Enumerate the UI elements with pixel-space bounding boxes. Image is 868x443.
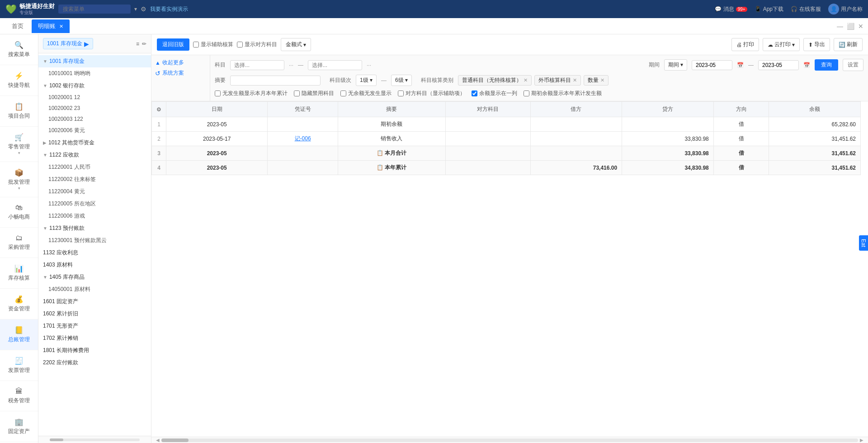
account-node-10020003[interactable]: 10020003 122 (38, 114, 151, 124)
subject-end-input[interactable] (308, 60, 362, 70)
period-end-calendar-icon[interactable]: 📅 (803, 62, 810, 68)
tab-ledger[interactable]: 明细账 ✕ (32, 19, 70, 33)
period-type-select[interactable]: 期间 ▾ (664, 59, 687, 71)
scroll-right-btn[interactable]: ▶ (858, 438, 865, 443)
cb-no-balance-display-input[interactable] (340, 91, 346, 96)
account-node-1403[interactable]: 1403 原材料 (38, 259, 151, 271)
account-node-11220006[interactable]: 11220006 游戏 (38, 210, 151, 222)
cb-counterpart[interactable]: 对方科目（显示辅助项） (398, 90, 465, 97)
tab-close-btn[interactable]: ✕ (59, 24, 63, 29)
query-btn[interactable]: 查询 (815, 59, 838, 71)
sidebar-item-purchase[interactable]: 🗂 采购管理 (0, 228, 38, 258)
show-aux-checkbox[interactable]: 显示辅助核算 (193, 41, 233, 48)
scroll-thumb[interactable] (161, 438, 189, 442)
tab-max-btn[interactable]: ⬜ (847, 23, 854, 30)
table-settings-icon[interactable]: ⚙ (156, 106, 161, 113)
sidebar-item-finance[interactable]: 💰 资金管理 (0, 289, 38, 319)
cb-no-balance-input[interactable] (215, 91, 221, 96)
account-edit-icon[interactable]: ✏ (142, 41, 146, 47)
settings-icon[interactable]: ⚙ (141, 5, 146, 13)
cb-hide-disabled[interactable]: 隐藏禁用科目 (294, 90, 334, 97)
sidebar-item-ledger[interactable]: 📒 总账管理 (0, 319, 38, 350)
subject-level-start[interactable]: 1级 ▾ (356, 75, 377, 86)
cb-no-balance-display[interactable]: 无余额无发生显示 (340, 90, 392, 97)
message-btn[interactable]: 💬 消息 99+ (715, 5, 747, 13)
period-end-input[interactable] (758, 60, 799, 70)
cb-hide-disabled-input[interactable] (294, 91, 300, 96)
tab-close-window-btn[interactable]: ✕ (858, 23, 863, 30)
account-node-1601[interactable]: 1601 固定资产 (38, 295, 151, 308)
sidebar-item-tax[interactable]: 🏛 税务管理 (0, 381, 38, 411)
top-search-input[interactable] (58, 5, 131, 14)
demo-link[interactable]: 我要看实例演示 (150, 5, 188, 13)
account-node-11220004[interactable]: 11220004 黄元 (38, 186, 151, 198)
period-calendar-icon[interactable]: 📅 (737, 62, 744, 68)
account-node-1123[interactable]: ▼ 1123 预付账款 (38, 222, 151, 234)
app-download-btn[interactable]: 📱 App下载 (755, 5, 783, 13)
account-node-1702[interactable]: 1702 累计摊销 (38, 332, 151, 344)
period-start-input[interactable] (692, 60, 732, 70)
account-scroll-track[interactable] (50, 438, 140, 441)
account-node-1801[interactable]: 1801 长期待摊费用 (38, 344, 151, 357)
account-list-icon[interactable]: ≡ (136, 41, 139, 47)
settings-filter-btn[interactable]: 设置 (843, 59, 863, 71)
account-node-11230001[interactable]: 11230001 预付账款黑云 (38, 234, 151, 247)
account-node-11220001[interactable]: 11220001 人民币 (38, 161, 151, 173)
account-node-1001[interactable]: ▼ 1001 库存现金 (38, 55, 151, 67)
account-node-10020002[interactable]: 10020002 23 (38, 103, 151, 114)
account-node-2202[interactable]: 2202 应付账款 (38, 357, 151, 369)
cb-initial-balance-input[interactable] (524, 91, 529, 96)
account-node-1122[interactable]: ▼ 1122 应收款 (38, 149, 151, 161)
subject-level-end[interactable]: 6级 ▾ (391, 75, 412, 86)
show-counterpart-checkbox[interactable]: 显示对方科目 (237, 41, 277, 48)
account-node-10020001[interactable]: 10020001 12 (38, 92, 151, 103)
account-node-1012[interactable]: ▶ 1012 其他货币资金 (38, 137, 151, 149)
sidebar-item-inventory[interactable]: 📊 库存核算 (0, 258, 38, 289)
filter-tag-foreign-remove[interactable]: ✕ (573, 77, 577, 83)
scroll-track[interactable] (161, 438, 858, 442)
sidebar-item-project[interactable]: 📋 项目合同 (0, 96, 38, 127)
show-aux-input[interactable] (193, 42, 199, 48)
account-node-11220002[interactable]: 11220002 往来标签 (38, 173, 151, 186)
cloud-print-btn[interactable]: ☁ 云打印 ▾ (763, 38, 800, 51)
account-node-11220005[interactable]: 11220005 所在地区 (38, 198, 151, 210)
refresh-btn[interactable]: 🔄 刷新 (834, 38, 863, 51)
more-tag-btn[interactable]: ▲ 收起更多 (155, 59, 206, 67)
account-breadcrumb[interactable]: 1001 库存现金 ▶ (43, 38, 93, 49)
print-btn[interactable]: 🖨 打印 (731, 38, 759, 51)
tab-home[interactable]: 首页 (5, 19, 30, 33)
cb-balance-col[interactable]: 余额显示在一列 (472, 90, 517, 97)
sidebar-item-wholesale[interactable]: 📦 批发管理 ▾ (0, 162, 38, 197)
side-expand-tab[interactable]: Eat (859, 235, 868, 251)
show-counterpart-input[interactable] (237, 42, 243, 48)
account-node-10010001[interactable]: 10010001 哟哟哟 (38, 67, 151, 80)
scroll-left-btn[interactable]: ◀ (154, 438, 161, 443)
online-service-btn[interactable]: 🎧 在线客服 (791, 5, 821, 13)
scheme-btn[interactable]: ↺ 系统方案 (155, 69, 206, 77)
sidebar-item-assets[interactable]: 🏢 固定资产 (0, 411, 38, 442)
return-old-btn[interactable]: 退回旧版 (157, 38, 189, 51)
sidebar-item-invoice[interactable]: 🧾 发票管理 (0, 350, 38, 381)
filter-tag-normal-remove[interactable]: ✕ (524, 77, 528, 83)
account-node-1405[interactable]: ▼ 1405 库存商品 (38, 271, 151, 283)
export-btn[interactable]: ⬆ 导出 (803, 38, 830, 51)
account-node-1701[interactable]: 1701 无形资产 (38, 320, 151, 332)
dropdown-icon[interactable]: ▾ (134, 6, 137, 12)
tab-min-btn[interactable]: — (837, 23, 843, 30)
account-scroll-thumb[interactable] (50, 438, 63, 441)
account-node-1132[interactable]: 1132 应收利息 (38, 247, 151, 259)
sidebar-item-quicknav[interactable]: ⚡ 快捷导航 (0, 65, 38, 96)
account-node-10020006[interactable]: 10020006 黄元 (38, 124, 151, 137)
sidebar-item-retail[interactable]: 🛒 零售管理 ▾ (0, 127, 38, 162)
td-voucher[interactable]: 记-006 (268, 132, 338, 146)
user-btn[interactable]: 👤 用户名称 (828, 4, 863, 14)
summary-input[interactable] (230, 76, 321, 86)
cb-initial-balance[interactable]: 期初余额显示本年累计发生额 (524, 90, 602, 97)
account-node-14050001[interactable]: 14050001 原材料 (38, 283, 151, 295)
sidebar-item-search[interactable]: 🔍 搜索菜单 (0, 34, 38, 65)
account-node-1602[interactable]: 1602 累计折旧 (38, 308, 151, 320)
cb-counterpart-input[interactable] (398, 91, 404, 96)
amount-style-btn[interactable]: 金额式 ▾ (281, 38, 311, 51)
filter-tag-quantity-remove[interactable]: ✕ (600, 77, 604, 83)
subject-input[interactable] (230, 60, 284, 70)
